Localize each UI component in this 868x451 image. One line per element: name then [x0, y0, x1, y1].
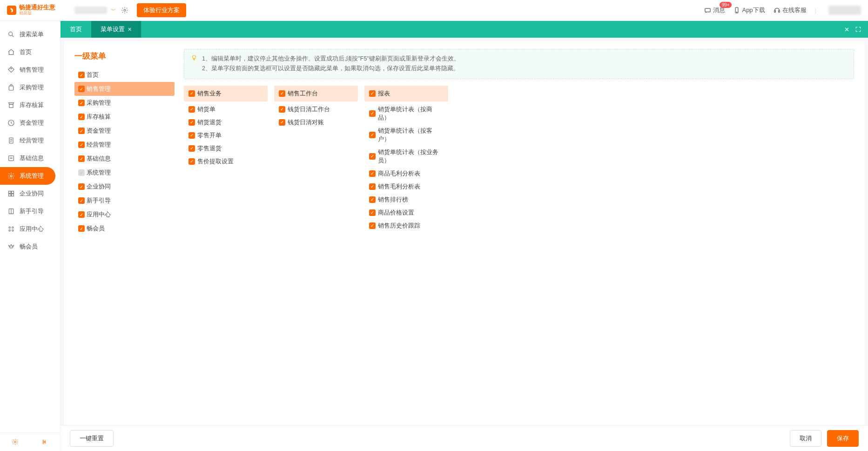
level1-item-7[interactable]: 系统管理	[74, 166, 175, 180]
fullscreen-icon[interactable]	[855, 26, 861, 33]
checkbox-icon[interactable]	[188, 145, 195, 152]
reset-button[interactable]: 一键重置	[70, 430, 114, 447]
save-button[interactable]: 保存	[827, 430, 859, 447]
user-avatar-blurred[interactable]	[828, 6, 861, 15]
checkbox-icon[interactable]	[369, 209, 376, 216]
checkbox-icon[interactable]	[78, 86, 85, 92]
level1-item-9[interactable]: 新手引导	[74, 194, 175, 208]
checkbox-icon[interactable]	[369, 153, 376, 160]
checkbox-icon[interactable]	[369, 90, 376, 97]
checkbox-icon[interactable]	[78, 211, 85, 218]
checkbox-icon[interactable]	[78, 183, 85, 190]
sidebar-item-label: 企业协同	[20, 189, 44, 198]
bag-icon	[7, 84, 15, 91]
checkbox-icon[interactable]	[78, 155, 85, 162]
block-item-2-2[interactable]: 销货单统计表（按业务员）	[369, 148, 444, 165]
block-header[interactable]: 销售工作台	[274, 86, 358, 101]
level1-item-5[interactable]: 经营管理	[74, 138, 175, 152]
checkbox-icon[interactable]	[279, 90, 285, 97]
checkbox-icon[interactable]	[369, 170, 376, 177]
checkbox-icon[interactable]	[369, 196, 376, 203]
block-item-2-3[interactable]: 商品毛利分析表	[369, 169, 444, 178]
app-download-button[interactable]: App下载	[733, 6, 765, 14]
level1-item-11[interactable]: 畅会员	[74, 222, 175, 236]
checkbox-icon[interactable]	[78, 100, 85, 106]
checkbox-icon[interactable]	[78, 114, 85, 120]
checkbox-icon[interactable]	[369, 110, 376, 117]
checkbox-icon[interactable]	[78, 72, 85, 78]
checkbox-icon[interactable]	[188, 132, 195, 139]
block-item-0-4[interactable]: 售价提取设置	[188, 157, 263, 166]
checkbox-icon[interactable]	[188, 158, 195, 165]
checkbox-icon[interactable]	[369, 183, 376, 190]
block-item-2-4[interactable]: 销售毛利分析表	[369, 182, 444, 191]
level1-item-0[interactable]: 首页	[74, 68, 175, 82]
block-item-2-7[interactable]: 销售历史价跟踪	[369, 222, 444, 230]
level1-item-8[interactable]: 企业协同	[74, 180, 175, 194]
company-selector[interactable]: ﹀	[74, 7, 116, 14]
company-settings-icon[interactable]	[121, 7, 128, 14]
brand-logo[interactable]: 畅捷通好生意 精简版	[7, 4, 61, 17]
tab-close-all-icon[interactable]: ✕	[844, 26, 849, 33]
block-item-label: 销货单	[197, 105, 215, 114]
svg-rect-15	[12, 191, 14, 194]
sidebar-item-4[interactable]: 库存核算	[0, 96, 60, 114]
checkbox-icon[interactable]	[78, 141, 85, 148]
gear-icon	[7, 172, 15, 180]
level1-item-2[interactable]: 采购管理	[74, 96, 175, 110]
checkbox-icon[interactable]	[188, 106, 195, 113]
block-item-0-3[interactable]: 零售退货	[188, 144, 263, 153]
home-icon	[7, 48, 15, 56]
block-item-0-1[interactable]: 销货退货	[188, 118, 263, 127]
tab-1[interactable]: 菜单设置✕	[91, 21, 141, 38]
sidebar-item-2[interactable]: 销售管理	[0, 61, 60, 79]
block-item-0-2[interactable]: 零售开单	[188, 131, 263, 140]
sidebar-item-9[interactable]: 企业协同	[0, 185, 60, 202]
checkbox-icon[interactable]	[369, 132, 376, 138]
svg-rect-24	[43, 440, 43, 444]
checkbox-icon[interactable]	[279, 106, 285, 113]
sidebar-item-3[interactable]: 采购管理	[0, 79, 60, 96]
tab-close-icon[interactable]: ✕	[128, 27, 132, 33]
checkbox-icon[interactable]	[78, 197, 85, 204]
sidebar-item-10[interactable]: 新手引导	[0, 202, 60, 220]
block-item-2-5[interactable]: 销售排行榜	[369, 195, 444, 204]
sidebar-item-12[interactable]: 畅会员	[0, 238, 60, 256]
level1-item-1[interactable]: 销售管理	[74, 82, 175, 96]
checkbox-icon[interactable]	[78, 169, 85, 176]
sidebar-item-1[interactable]: 首页	[0, 43, 60, 61]
checkbox-icon[interactable]	[188, 119, 195, 126]
block-item-1-1[interactable]: 钱货日清对账	[279, 118, 353, 127]
svg-rect-4	[774, 10, 775, 12]
online-service-button[interactable]: 在线客服	[774, 6, 807, 14]
block-item-0-0[interactable]: 销货单	[188, 105, 263, 114]
checkbox-icon[interactable]	[279, 119, 285, 126]
logo-icon	[7, 6, 16, 15]
level1-item-3[interactable]: 库存核算	[74, 110, 175, 124]
sidebar-settings-icon[interactable]	[12, 438, 19, 445]
sidebar-collapse-icon[interactable]	[41, 438, 48, 445]
checkbox-icon[interactable]	[188, 90, 195, 97]
sidebar-item-11[interactable]: 应用中心	[0, 220, 60, 238]
cancel-button[interactable]: 取消	[790, 430, 821, 447]
sidebar-item-7[interactable]: 基础信息	[0, 149, 60, 167]
checkbox-icon[interactable]	[78, 225, 85, 232]
block-header[interactable]: 报表	[364, 86, 448, 101]
tab-0[interactable]: 首页	[61, 21, 91, 38]
checkbox-icon[interactable]	[369, 222, 376, 229]
block-item-2-1[interactable]: 销货单统计表（按客户）	[369, 127, 444, 143]
level1-item-6[interactable]: 基础信息	[74, 152, 175, 166]
sidebar-item-0[interactable]: 搜索菜单	[0, 26, 60, 43]
level1-item-10[interactable]: 应用中心	[74, 208, 175, 222]
block-item-2-6[interactable]: 商品价格设置	[369, 209, 444, 217]
sidebar-item-6[interactable]: 经营管理	[0, 132, 60, 149]
sidebar-item-8[interactable]: 系统管理	[0, 167, 55, 185]
block-item-1-0[interactable]: 钱货日清工作台	[279, 105, 353, 114]
messages-button[interactable]: 消息 99+	[704, 6, 725, 14]
block-item-2-0[interactable]: 销货单统计表（按商品）	[369, 105, 444, 122]
level1-item-4[interactable]: 资金管理	[74, 124, 175, 138]
sidebar-item-5[interactable]: 资金管理	[0, 114, 60, 132]
industry-plan-button[interactable]: 体验行业方案	[137, 3, 186, 17]
block-header[interactable]: 销售业务	[184, 86, 268, 101]
checkbox-icon[interactable]	[78, 128, 85, 134]
